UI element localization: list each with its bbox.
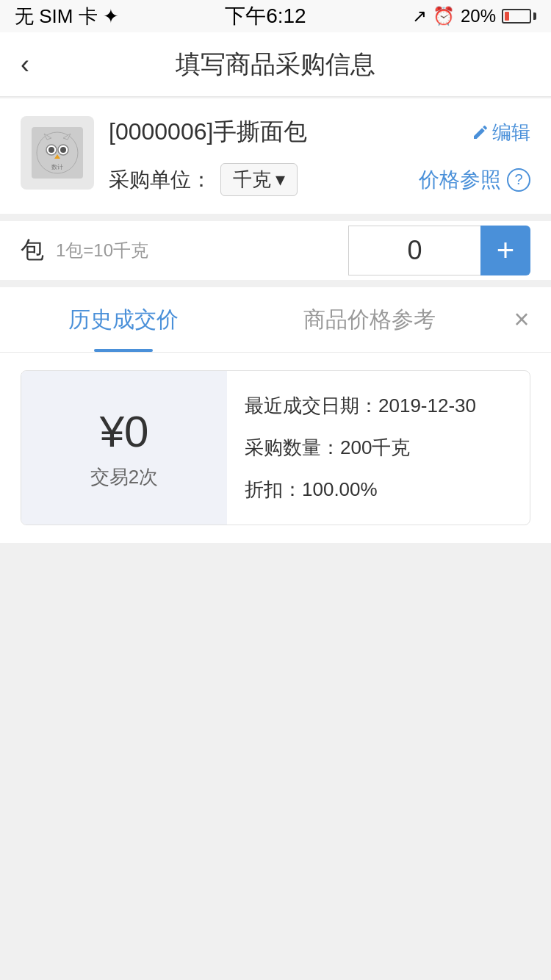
history-content: ¥0 交易2次 最近成交日期：2019-12-30 采购数量：200千克 折扣：… bbox=[0, 353, 551, 543]
bottom-area bbox=[0, 543, 551, 980]
tabs-section: 历史成交价 商品价格参考 × ¥0 交易2次 最近成交日期：2019-12-30 bbox=[0, 281, 551, 543]
page-header: ‹ 填写商品采购信息 bbox=[0, 32, 551, 97]
purchase-qty-row: 采购数量：200千克 bbox=[245, 433, 512, 462]
quantity-label: 包 1包=10千克 bbox=[21, 234, 148, 267]
purchase-unit-row: 采购单位： 千克 ▾ 价格参照 ? bbox=[109, 163, 530, 196]
close-icon: × bbox=[514, 304, 529, 335]
tab-history-label: 历史成交价 bbox=[68, 305, 179, 335]
no-sim-text: 无 SIM 卡 ✦ bbox=[15, 4, 119, 29]
edit-icon bbox=[472, 123, 489, 141]
quantity-section: 包 1包=10千克 0 + bbox=[0, 215, 551, 280]
tab-close-button[interactable]: × bbox=[492, 287, 551, 352]
dropdown-chevron-icon: ▾ bbox=[276, 168, 285, 191]
currency-symbol: ¥ bbox=[100, 407, 124, 456]
history-card: ¥0 交易2次 最近成交日期：2019-12-30 采购数量：200千克 折扣：… bbox=[21, 370, 530, 525]
location-icon: ↗ bbox=[412, 6, 427, 26]
purchase-unit-left: 采购单位： 千克 ▾ bbox=[109, 163, 298, 196]
status-bar: 无 SIM 卡 ✦ 下午6:12 ↗ ⏰ 20% bbox=[0, 0, 551, 32]
product-section: 数计 [0000006]手撕面包 编辑 采购单位： 千克 bbox=[0, 98, 551, 214]
svg-point-3 bbox=[48, 147, 54, 153]
page-title: 填写商品采购信息 bbox=[176, 48, 375, 82]
purchase-unit-label: 采购单位： bbox=[109, 166, 212, 194]
quantity-value: 0 bbox=[407, 235, 422, 266]
discount-row: 折扣：100.00% bbox=[245, 475, 512, 504]
tab-active-underline bbox=[94, 349, 153, 352]
product-name-row: [0000006]手撕面包 编辑 bbox=[109, 116, 530, 148]
tab-history-price[interactable]: 历史成交价 bbox=[0, 287, 246, 352]
svg-text:数计: 数计 bbox=[51, 164, 63, 170]
plus-icon: + bbox=[497, 233, 515, 268]
status-time: 下午6:12 bbox=[225, 2, 306, 30]
card-details-right: 最近成交日期：2019-12-30 采购数量：200千克 折扣：100.00% bbox=[227, 371, 530, 525]
card-price-left: ¥0 交易2次 bbox=[21, 371, 227, 525]
battery-indicator bbox=[502, 9, 536, 24]
product-logo-icon: 数计 bbox=[35, 131, 79, 175]
recent-date-label: 最近成交日期： bbox=[245, 394, 378, 417]
history-price-amount: ¥0 bbox=[100, 406, 149, 457]
svg-point-4 bbox=[60, 147, 66, 153]
product-thumbnail: 数计 bbox=[32, 127, 83, 179]
price-value: 0 bbox=[124, 407, 148, 456]
recent-date-row: 最近成交日期：2019-12-30 bbox=[245, 392, 512, 420]
product-row: 数计 [0000006]手撕面包 编辑 采购单位： 千克 bbox=[21, 116, 530, 196]
bao-label: 包 bbox=[21, 234, 44, 267]
tab-price-reference[interactable]: 商品价格参考 bbox=[246, 287, 492, 352]
alarm-icon: ⏰ bbox=[433, 6, 455, 26]
tabs-header: 历史成交价 商品价格参考 × bbox=[0, 287, 551, 353]
quantity-plus-button[interactable]: + bbox=[480, 226, 530, 275]
quantity-input-field[interactable]: 0 bbox=[348, 226, 480, 275]
product-detail: [0000006]手撕面包 编辑 采购单位： 千克 ▾ 价格 bbox=[109, 116, 530, 196]
quantity-controls: 0 + bbox=[348, 226, 530, 275]
back-button[interactable]: ‹ bbox=[21, 49, 29, 80]
price-reference-button[interactable]: 价格参照 ? bbox=[419, 166, 530, 194]
edit-button[interactable]: 编辑 bbox=[472, 120, 530, 145]
tab-price-ref-label: 商品价格参考 bbox=[303, 305, 436, 335]
purchase-qty-value: 200千克 bbox=[340, 436, 410, 458]
bao-hint: 1包=10千克 bbox=[56, 239, 148, 262]
edit-label: 编辑 bbox=[492, 120, 530, 145]
battery-percentage: 20% bbox=[461, 6, 496, 26]
recent-date-value: 2019-12-30 bbox=[378, 394, 476, 417]
purchase-qty-label: 采购数量： bbox=[245, 436, 340, 458]
discount-label: 折扣： bbox=[245, 478, 302, 500]
status-left: 无 SIM 卡 ✦ bbox=[15, 4, 119, 29]
trade-count: 交易2次 bbox=[90, 464, 158, 490]
product-image-container: 数计 bbox=[21, 116, 94, 190]
product-name: [0000006]手撕面包 bbox=[109, 116, 307, 148]
help-icon: ? bbox=[507, 168, 530, 192]
unit-select-dropdown[interactable]: 千克 ▾ bbox=[220, 163, 298, 196]
status-right: ↗ ⏰ 20% bbox=[412, 6, 536, 26]
price-ref-label: 价格参照 bbox=[419, 166, 501, 194]
unit-value: 千克 bbox=[233, 167, 271, 192]
discount-value: 100.00% bbox=[302, 478, 378, 500]
